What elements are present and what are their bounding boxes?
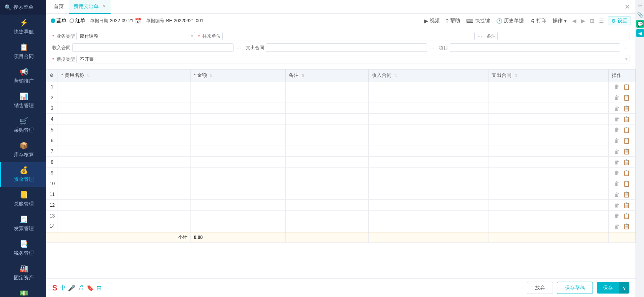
window-close-icon[interactable]: ✕ — [622, 3, 632, 11]
th-note[interactable]: 备注 ⇅ — [286, 70, 368, 81]
cell-expense-name[interactable] — [58, 124, 190, 135]
copy-icon[interactable]: 📋 — [623, 127, 630, 133]
cell-note[interactable] — [286, 124, 368, 135]
tab-close-icon[interactable]: ✕ — [103, 4, 106, 9]
save-main-button[interactable]: 保存 — [597, 282, 619, 294]
copy-icon[interactable]: 📋 — [623, 95, 630, 101]
copy-icon[interactable]: 📋 — [623, 170, 630, 176]
th-expense-name[interactable]: * 费用名称 ⇅ — [58, 70, 190, 81]
cell-expense-contract[interactable] — [488, 81, 609, 92]
dots-icon-1[interactable]: ··· — [476, 33, 484, 39]
business-type-input[interactable]: ▾ — [76, 32, 195, 40]
business-type-value[interactable] — [77, 32, 189, 40]
invoice-type-input[interactable]: ▾ — [76, 55, 629, 63]
copy-icon[interactable]: 📋 — [623, 223, 630, 229]
cell-amount[interactable] — [190, 114, 286, 124]
red-radio[interactable]: 红单 — [70, 17, 85, 24]
dots-icon-3[interactable]: ··· — [429, 45, 436, 51]
cell-expense-contract[interactable] — [488, 157, 609, 168]
sidebar-item-quick-nav[interactable]: ⚡ 快捷导航 — [0, 15, 46, 39]
cell-amount[interactable] — [190, 81, 286, 92]
grid2-icon[interactable]: ⊞ — [96, 284, 101, 292]
cell-amount[interactable] — [190, 211, 286, 221]
print-btn[interactable]: 🖨 打印 — [528, 17, 548, 25]
cell-expense-contract[interactable] — [488, 146, 609, 157]
delete-icon[interactable]: 🗑 — [614, 181, 619, 187]
cell-expense-name[interactable] — [58, 114, 190, 124]
cell-amount[interactable] — [190, 221, 286, 232]
cell-amount[interactable] — [190, 103, 286, 114]
cell-note[interactable] — [286, 146, 368, 157]
cell-expense-name[interactable] — [58, 146, 190, 157]
sidebar-item-procurement[interactable]: 🛒 采购管理 — [0, 113, 46, 138]
sidebar-item-fixed-assets[interactable]: 🏭 固定资产 — [0, 260, 46, 285]
cell-expense-name[interactable] — [58, 157, 190, 168]
cell-expense-name[interactable] — [58, 200, 190, 211]
delete-icon[interactable]: 🗑 — [614, 191, 619, 197]
print2-icon[interactable]: 🖨 — [78, 284, 84, 291]
th-settings[interactable]: ⚙ — [46, 70, 58, 81]
next-arrow[interactable]: ▶ — [580, 18, 586, 24]
grid-icon[interactable]: ⊞ — [589, 18, 595, 24]
sidebar-item-inventory[interactable]: 📦 库存核算 — [0, 138, 46, 162]
history-btn[interactable]: 🕐 历史单据 — [495, 17, 525, 25]
cell-income-contract[interactable] — [368, 124, 488, 135]
copy-icon[interactable]: 📋 — [623, 202, 630, 208]
cell-income-contract[interactable] — [368, 92, 488, 103]
note-input[interactable] — [497, 32, 629, 40]
prev-arrow[interactable]: ◀ — [571, 18, 577, 24]
calendar-icon[interactable]: 📅 — [135, 18, 141, 24]
tab-home[interactable]: 首页 — [49, 0, 68, 14]
cell-expense-name[interactable] — [58, 221, 190, 232]
cell-income-contract[interactable] — [368, 189, 488, 200]
cell-expense-name[interactable] — [58, 178, 190, 189]
cell-amount[interactable] — [190, 135, 286, 146]
cell-note[interactable] — [286, 221, 368, 232]
cell-note[interactable] — [286, 92, 368, 103]
dots-icon-2[interactable]: ··· — [235, 45, 243, 51]
cell-note[interactable] — [286, 81, 368, 92]
cell-income-contract[interactable] — [368, 168, 488, 178]
cell-expense-name[interactable] — [58, 135, 190, 146]
abandon-button[interactable]: 放弃 — [527, 282, 553, 294]
delete-icon[interactable]: 🗑 — [614, 138, 619, 144]
counterpart-input[interactable] — [222, 32, 475, 40]
delete-icon[interactable]: 🗑 — [614, 84, 619, 90]
cell-expense-name[interactable] — [58, 189, 190, 200]
cell-note[interactable] — [286, 157, 368, 168]
sidebar-item-payroll[interactable]: 💵 工资 — [0, 285, 46, 297]
delete-icon[interactable]: 🗑 — [614, 105, 619, 111]
cell-expense-contract[interactable] — [488, 178, 609, 189]
copy-icon[interactable]: 📋 — [623, 105, 630, 111]
mic-icon[interactable]: 🎤 — [68, 284, 76, 292]
sidebar-item-accounting[interactable]: 📒 总账管理 — [0, 187, 46, 211]
cell-income-contract[interactable] — [368, 114, 488, 124]
sidebar-item-tax[interactable]: 📑 税务管理 — [0, 236, 46, 260]
video-btn[interactable]: ▶ 视频 — [423, 17, 441, 25]
cell-amount[interactable] — [190, 157, 286, 168]
delete-icon[interactable]: 🗑 — [614, 159, 619, 165]
delete-icon[interactable]: 🗑 — [614, 116, 619, 122]
copy-icon[interactable]: 📋 — [623, 148, 630, 154]
delete-icon[interactable]: 🗑 — [614, 170, 619, 176]
th-amount[interactable]: * 金额 ⇅ — [190, 70, 286, 81]
cell-income-contract[interactable] — [368, 221, 488, 232]
settings-btn[interactable]: ⚙ 设置 — [608, 16, 631, 25]
expand-panel-icon[interactable]: ◀ — [636, 29, 644, 37]
cell-amount[interactable] — [190, 189, 286, 200]
help-btn[interactable]: ? 帮助 — [444, 17, 462, 25]
cell-note[interactable] — [286, 211, 368, 221]
sidebar-search[interactable]: 🔍 搜索菜单 — [0, 0, 46, 15]
shortcut-btn[interactable]: ⌨ 快捷键 — [465, 17, 492, 25]
cell-income-contract[interactable] — [368, 103, 488, 114]
tab-expense[interactable]: 费用支出单 ✕ — [69, 0, 111, 14]
cell-expense-contract[interactable] — [488, 221, 609, 232]
cell-expense-contract[interactable] — [488, 103, 609, 114]
cell-expense-contract[interactable] — [488, 189, 609, 200]
cell-amount[interactable] — [190, 178, 286, 189]
number-value[interactable]: BE-20220921-001 — [166, 18, 203, 23]
cell-income-contract[interactable] — [368, 135, 488, 146]
cell-expense-contract[interactable] — [488, 114, 609, 124]
delete-icon[interactable]: 🗑 — [614, 213, 619, 219]
cell-note[interactable] — [286, 103, 368, 114]
